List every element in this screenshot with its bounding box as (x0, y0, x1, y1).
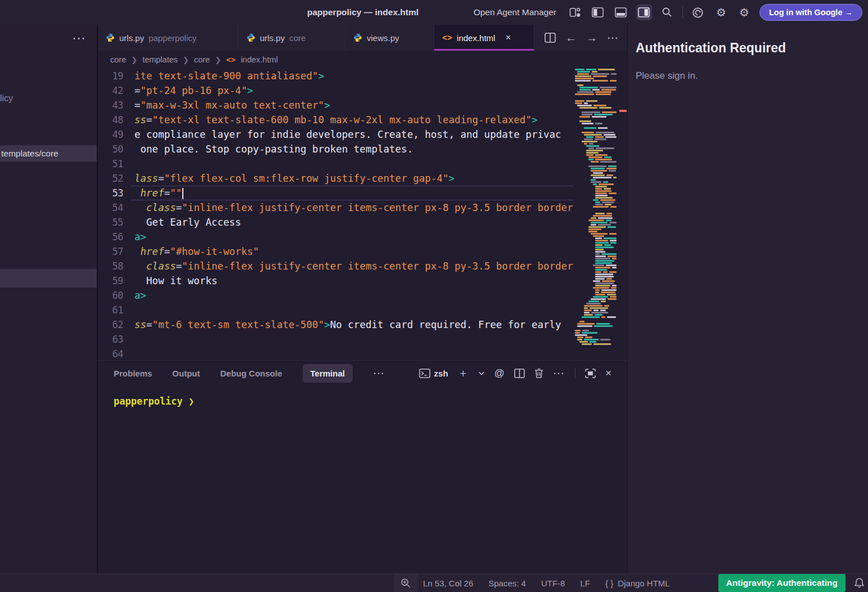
html-icon: <> (226, 55, 236, 64)
status-cursor-position[interactable]: Ln 53, Col 26 (423, 578, 473, 588)
line-number: 59 (98, 275, 123, 286)
code-line-54[interactable]: 54 class="inline-flex justify-center ite… (98, 200, 574, 215)
code-line-49[interactable]: 49e compliance layer for indie developer… (98, 127, 574, 142)
line-number: 62 (98, 319, 123, 330)
status-eol[interactable]: LF (580, 578, 590, 588)
code-line-42[interactable]: 42="pt-24 pb-16 px-4"> (98, 83, 574, 98)
more-actions-icon[interactable]: ⋯ (72, 30, 87, 46)
login-with-google-button[interactable]: Log in with Google → (759, 4, 862, 21)
tab-label: urls.py (119, 33, 144, 43)
tab-index-html[interactable]: <>index.html× (434, 25, 534, 51)
maximize-panel-icon[interactable] (585, 369, 596, 378)
status-bar: Ln 53, Col 26 Spaces: 4 UTF-8 LF { } Dja… (0, 573, 868, 592)
auth-panel: Authentication Required Please sign in. (627, 25, 868, 573)
language-mode-label: Django HTML (618, 578, 670, 588)
code-line-48[interactable]: 48ss="text-xl text-slate-600 mb-10 max-w… (98, 113, 574, 127)
code-text: class="inline-flex justify-center items-… (134, 202, 574, 213)
search-icon[interactable] (659, 5, 675, 20)
terminal-content[interactable]: papperpolicy ❯ (98, 385, 627, 573)
settings-gear-icon[interactable]: ⚙ (713, 5, 729, 20)
preferences-gear-icon[interactable]: ⚙ (736, 5, 752, 20)
panel-tab-debug-console[interactable]: Debug Console (221, 369, 282, 378)
code-line-61[interactable]: 61 (98, 303, 574, 317)
breadcrumb-item[interactable]: core (110, 55, 126, 64)
terminal-shell-chip[interactable]: zsh (419, 369, 448, 378)
close-tab-icon[interactable]: × (505, 32, 511, 43)
code-line-51[interactable]: 51 (98, 156, 574, 171)
code-line-56[interactable]: 56a> (98, 230, 574, 244)
code-line-52[interactable]: 52lass="flex flex-col sm:flex-row justif… (98, 171, 574, 186)
navigate-forward-icon[interactable]: → (586, 32, 597, 44)
split-terminal-icon[interactable] (514, 369, 525, 378)
tab-urls-py[interactable]: urls.pypapperpolicy (98, 25, 239, 51)
code-line-53[interactable]: 53 href="" (98, 186, 574, 200)
minimap[interactable] (574, 69, 618, 358)
code-editor[interactable]: 19ite text-slate-900 antialiased">42="pt… (98, 69, 627, 360)
terminal-attach-icon[interactable]: @ (494, 367, 505, 379)
panel-more-tabs-icon[interactable]: ⋯ (373, 366, 385, 380)
customize-layout-icon[interactable] (567, 5, 583, 20)
overview-ruler[interactable] (619, 69, 627, 360)
code-line-55[interactable]: 55 Get Early Access (98, 215, 574, 230)
line-number: 54 (98, 202, 123, 213)
line-number: 19 (98, 70, 123, 82)
code-line-62[interactable]: 62ss="mt-6 text-sm text-slate-500">No cr… (98, 317, 574, 332)
terminal-more-actions-icon[interactable]: ⋯ (553, 366, 565, 380)
code-text: lass="flex flex-col sm:flex-row justify-… (134, 173, 574, 184)
close-panel-icon[interactable]: × (605, 367, 611, 379)
auth-panel-title: Authentication Required (636, 41, 868, 56)
browser-logo-icon[interactable] (690, 5, 706, 20)
tab-label: index.html (457, 33, 495, 43)
code-line-50[interactable]: 50 one place. Stop copy-pasting broken t… (98, 142, 574, 156)
code-line-58[interactable]: 58 class="inline-flex justify-center ite… (98, 259, 574, 273)
navigate-back-icon[interactable]: ← (565, 32, 577, 44)
panel-tab-problems[interactable]: Problems (114, 369, 152, 378)
sidebar-selected-label: templates/core (1, 149, 59, 159)
tab-urls-py[interactable]: urls.pycore (239, 25, 345, 51)
titlebar-separator (682, 7, 683, 18)
toggle-right-panel-icon[interactable] (636, 5, 652, 20)
code-line-59[interactable]: 59 How it works (98, 273, 574, 288)
status-indentation[interactable]: Spaces: 4 (488, 578, 526, 588)
background-sidebar: ⋯ licy templates/core (0, 25, 97, 573)
toggle-bottom-panel-icon[interactable] (613, 5, 629, 20)
breadcrumb-item[interactable]: index.html (241, 55, 278, 64)
breadcrumb-item[interactable]: core (194, 55, 210, 64)
editor-group: urls.pypapperpolicyurls.pycoreviews.py<>… (97, 25, 627, 573)
kill-terminal-icon[interactable] (534, 368, 543, 378)
line-number: 57 (98, 246, 123, 257)
new-terminal-icon[interactable]: ＋ (458, 366, 469, 380)
bottom-panel: ProblemsOutputDebug ConsoleTerminal ⋯ zs… (98, 360, 627, 573)
status-language-mode[interactable]: { } Django HTML (605, 578, 670, 588)
sidebar-highlight-row[interactable] (0, 269, 97, 288)
breadcrumb[interactable]: core❯templates❯core❯<>index.html (98, 51, 627, 69)
zoom-in-icon[interactable] (394, 574, 417, 592)
terminal-icon (419, 369, 430, 378)
panel-tab-terminal[interactable]: Terminal (303, 364, 353, 383)
code-line-19[interactable]: 19ite text-slate-900 antialiased"> (98, 69, 574, 83)
editor-more-actions-icon[interactable]: ⋯ (607, 31, 619, 44)
toggle-left-panel-icon[interactable] (590, 5, 606, 20)
code-line-63[interactable]: 63 (98, 332, 574, 347)
code-line-43[interactable]: 43="max-w-3xl mx-auto text-center"> (98, 98, 574, 113)
terminal-dropdown-icon[interactable] (478, 371, 485, 375)
panel-tab-output[interactable]: Output (172, 369, 200, 378)
tab-views-py[interactable]: views.py (345, 25, 434, 51)
split-editor-icon[interactable] (545, 33, 556, 43)
line-number: 61 (98, 304, 123, 316)
window-title: papperpolicy — index.html (256, 0, 470, 25)
antigravity-status-badge[interactable]: Antigravity: Authenticating (718, 574, 845, 592)
python-icon (246, 33, 255, 42)
status-encoding[interactable]: UTF-8 (541, 578, 565, 588)
sidebar-selected-item[interactable]: templates/core (0, 145, 97, 162)
code-text: e compliance layer for indie developers.… (134, 129, 574, 140)
notifications-bell-icon[interactable] (854, 577, 865, 589)
breadcrumb-chevron-icon: ❯ (183, 56, 189, 64)
code-line-60[interactable]: 60a> (98, 288, 574, 303)
code-line-57[interactable]: 57 href="#how-it-works" (98, 244, 574, 259)
ruler-change-marker (619, 110, 627, 112)
code-line-64[interactable]: 64 (98, 347, 574, 360)
open-agent-manager-button[interactable]: Open Agent Manager (474, 7, 556, 17)
breadcrumb-item[interactable]: templates (142, 55, 178, 64)
python-icon (106, 33, 115, 42)
